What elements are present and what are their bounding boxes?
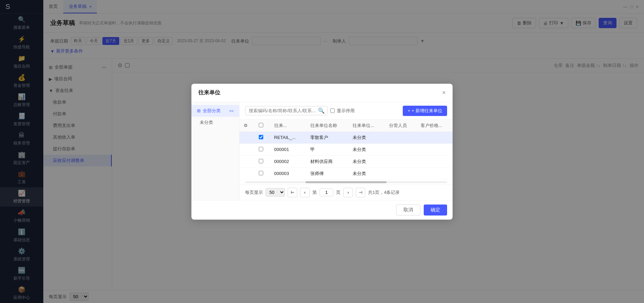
first-page-btn[interactable]: ⊢ xyxy=(288,188,297,197)
horizontal-scrollbar[interactable] xyxy=(245,181,447,183)
row-code: 000003 xyxy=(270,167,306,179)
col-settings[interactable]: ⚙ xyxy=(240,120,255,132)
row-code: RETAIL_... xyxy=(270,131,306,143)
table-row[interactable]: RETAIL_... 零散客户 未分类 xyxy=(240,131,453,143)
row-category: 未分类 xyxy=(348,155,385,167)
row-checkbox[interactable] xyxy=(255,167,270,179)
next-page-btn[interactable]: › xyxy=(343,188,353,197)
row-category: 未分类 xyxy=(348,167,385,179)
row-settings xyxy=(240,143,255,155)
row-checkbox[interactable] xyxy=(255,131,270,143)
row-price xyxy=(417,155,453,167)
row-name: 张师傅 xyxy=(306,167,349,179)
modal-sidebar-collapse-btn[interactable]: << xyxy=(229,109,234,113)
main-area: 首页 业务草稿 × — □ × 业务草稿 草稿转为正式单据时，不会执行满额促销优… xyxy=(43,0,644,303)
modal-sidebar-unclassified[interactable]: 未分类 xyxy=(191,117,239,128)
modal-actions: 取消 确定 xyxy=(191,200,453,220)
col-price: 客户价格... xyxy=(417,120,453,132)
row-code: 000002 xyxy=(270,155,306,167)
modal-title: 往来单位 xyxy=(198,89,220,96)
col-code: 往来... xyxy=(270,120,306,132)
page-prefix: 第 xyxy=(312,189,317,196)
row-checkbox[interactable] xyxy=(255,143,270,155)
table-row[interactable]: 000002 材料供应商 未分类 xyxy=(240,155,453,167)
show-disabled-checkbox[interactable] xyxy=(330,108,335,113)
row-category: 未分类 xyxy=(348,143,385,155)
plus-icon: + xyxy=(408,108,410,113)
confirm-button[interactable]: 确定 xyxy=(424,205,447,215)
modal-main-content: 🔍 显示停用 + + 新增往来单位 xyxy=(240,102,453,200)
row-name: 材料供应商 xyxy=(306,155,349,167)
pagination: 每页显示 50 100 ⊢ ‹ 第 页 › ⊣ 共 xyxy=(245,188,400,197)
modal-sidebar: ⊞ 全部分类 << 未分类 xyxy=(191,102,240,200)
grid-icon-modal: ⊞ xyxy=(197,108,201,113)
row-settings xyxy=(240,155,255,167)
row-name: 甲 xyxy=(306,143,349,155)
partner-modal: 往来单位 × ⊞ 全部分类 << 未分类 xyxy=(191,84,453,220)
cancel-button[interactable]: 取消 xyxy=(396,205,420,215)
add-partner-button[interactable]: + + 新增往来单位 xyxy=(403,106,447,116)
col-manager: 分管人员 xyxy=(385,120,417,132)
row-manager xyxy=(385,143,417,155)
row-checkbox[interactable] xyxy=(255,155,270,167)
modal-toolbar: 🔍 显示停用 + + 新增往来单位 xyxy=(240,102,453,120)
row-price xyxy=(417,143,453,155)
page-number-input[interactable] xyxy=(320,188,333,196)
show-disabled-label[interactable]: 显示停用 xyxy=(330,108,355,114)
partner-search-input[interactable] xyxy=(245,106,327,115)
per-page-label: 每页显示 xyxy=(245,189,263,196)
modal-body: ⊞ 全部分类 << 未分类 🔍 xyxy=(191,102,453,200)
modal-table: ⚙ 往来... 往来单位名称 往来单位... 分管人员 客户价格... xyxy=(240,120,453,180)
per-page-select[interactable]: 50 100 xyxy=(266,188,285,197)
last-page-btn[interactable]: ⊣ xyxy=(356,188,365,197)
modal-footer-pagination: 每页显示 50 100 ⊢ ‹ 第 页 › ⊣ 共 xyxy=(240,185,453,200)
row-price xyxy=(417,167,453,179)
table-row[interactable]: 000001 甲 未分类 xyxy=(240,143,453,155)
modal-sidebar-all[interactable]: ⊞ 全部分类 << xyxy=(191,105,239,117)
prev-page-btn[interactable]: ‹ xyxy=(300,188,310,197)
row-category: 未分类 xyxy=(348,131,385,143)
col-category: 往来单位... xyxy=(348,120,385,132)
modal-overlay: 往来单位 × ⊞ 全部分类 << 未分类 xyxy=(43,0,644,303)
search-icon: 🔍 xyxy=(318,107,325,114)
row-manager xyxy=(385,131,417,143)
modal-search-area: 🔍 显示停用 xyxy=(245,106,355,115)
row-price xyxy=(417,131,453,143)
row-settings xyxy=(240,167,255,179)
col-checkbox[interactable] xyxy=(255,120,270,132)
modal-select-all[interactable] xyxy=(259,123,263,127)
modal-close-btn[interactable]: × xyxy=(442,89,446,96)
modal-header: 往来单位 × xyxy=(191,84,453,102)
row-code: 000001 xyxy=(270,143,306,155)
row-manager xyxy=(385,167,417,179)
table-row[interactable]: 000003 张师傅 未分类 xyxy=(240,167,453,179)
total-text: 共1页，4条记录 xyxy=(368,189,400,196)
row-manager xyxy=(385,155,417,167)
page-suffix: 页 xyxy=(336,189,341,196)
col-name: 往来单位名称 xyxy=(306,120,349,132)
scrollbar-thumb xyxy=(306,181,386,183)
row-settings xyxy=(240,131,255,143)
row-name: 零散客户 xyxy=(306,131,349,143)
